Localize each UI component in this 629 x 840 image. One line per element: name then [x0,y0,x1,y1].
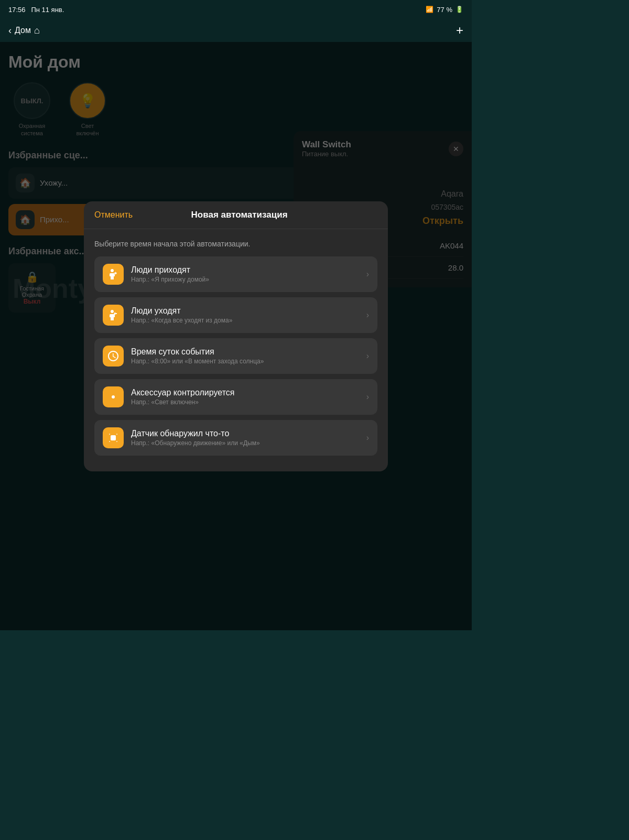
people-leave-chevron: › [366,310,369,320]
time-chevron: › [366,351,369,361]
svg-rect-1 [111,435,116,440]
people-arrive-subtitle: Напр.: «Я прихожу домой» [131,276,209,283]
time-icon [103,346,124,367]
people-arrive-title: Люди приходят [131,265,209,275]
people-arrive-chevron: › [366,270,369,279]
modal-backdrop: Отменить Новая автоматизация Выберите вр… [0,42,472,630]
sensor-text: Датчик обнаружил что-то Напр.: «Обнаруже… [131,429,260,447]
option-people-arrive[interactable]: Люди приходят Напр.: «Я прихожу домой» › [94,256,377,292]
time-title: Время суток события [131,347,264,357]
option-people-leave[interactable]: Люди уходят Напр.: «Когда все уходят из … [94,297,377,333]
time-subtitle: Напр.: «8:00» или «В момент захода солнц… [131,358,264,365]
add-button[interactable]: + [456,23,463,38]
nav-back-label: Дом [15,26,31,35]
nav-back-button[interactable]: ‹ Дом ⌂ [8,25,40,36]
people-arrive-text: Люди приходят Напр.: «Я прихожу домой» [131,265,209,283]
time-text: Время суток события Напр.: «8:00» или «В… [131,347,264,365]
option-left: Люди приходят Напр.: «Я прихожу домой» [103,264,209,285]
people-leave-text: Люди уходят Напр.: «Когда все уходят из … [131,306,232,324]
accessory-chevron: › [366,392,369,402]
battery-icon: 🔋 [456,6,463,13]
chevron-left-icon: ‹ [8,25,12,36]
automation-modal: Отменить Новая автоматизация Выберите вр… [84,201,388,471]
option-time-of-day[interactable]: Время суток события Напр.: «8:00» или «В… [94,338,377,374]
home-icon: ⌂ [34,25,40,36]
option-left: Аксессуар контролируется Напр.: «Свет вк… [103,386,235,407]
modal-cancel-button[interactable]: Отменить [94,210,133,220]
people-leave-subtitle: Напр.: «Когда все уходят из дома» [131,317,232,324]
date: Пн 11 янв. [31,6,64,14]
accessory-subtitle: Напр.: «Свет включен» [131,399,235,406]
option-accessory[interactable]: Аксессуар контролируется Напр.: «Свет вк… [94,379,377,415]
status-bar: 17:56 Пн 11 янв. 📶 77 % 🔋 [0,0,472,19]
sensor-title: Датчик обнаружил что-то [131,429,260,438]
sensor-chevron: › [366,433,369,443]
people-arrive-icon [103,264,124,285]
option-sensor[interactable]: Датчик обнаружил что-то Напр.: «Обнаруже… [94,420,377,456]
time: 17:56 [8,6,26,14]
option-left: Время суток события Напр.: «8:00» или «В… [103,346,264,367]
accessory-text: Аксессуар контролируется Напр.: «Свет вк… [131,388,235,406]
option-left: Люди уходят Напр.: «Когда все уходят из … [103,305,232,326]
modal-title: Новая автоматизация [191,210,288,220]
battery-level: 77 % [437,6,452,14]
svg-point-0 [112,395,115,399]
option-left: Датчик обнаружил что-то Напр.: «Обнаруже… [103,427,260,448]
wifi-icon: 📶 [426,6,433,13]
modal-subtitle: Выберите время начала этой автоматизации… [94,240,377,248]
accessory-title: Аксессуар контролируется [131,388,235,397]
accessory-icon [103,386,124,407]
sensor-subtitle: Напр.: «Обнаружено движение» или «Дым» [131,439,260,447]
status-indicators: 📶 77 % 🔋 [426,6,463,14]
people-leave-title: Люди уходят [131,306,232,316]
nav-bar: ‹ Дом ⌂ + [0,19,472,42]
sensor-icon [103,427,124,448]
people-leave-icon [103,305,124,326]
main-content: Мой дом ВЫКЛ. Охранная система 💡 Светвкл… [0,42,472,630]
modal-header: Отменить Новая автоматизация [84,201,388,229]
status-time-date: 17:56 Пн 11 янв. [8,6,64,14]
modal-body: Выберите время начала этой автоматизации… [84,229,388,471]
